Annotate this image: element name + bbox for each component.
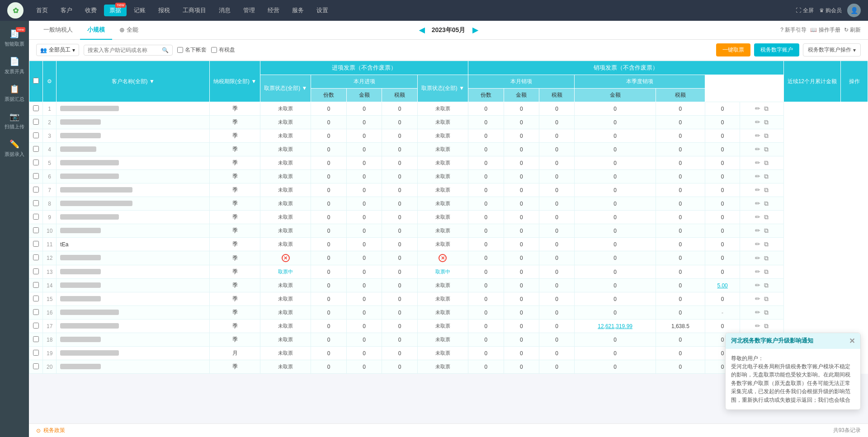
user-avatar[interactable]: 👤	[847, 4, 861, 17]
date-prev-btn[interactable]: ◀	[416, 25, 427, 36]
edit-icon[interactable]: ✏	[754, 185, 761, 194]
manual-btn[interactable]: 📖 操作手册	[810, 26, 840, 34]
copy-icon[interactable]: ⧉	[763, 145, 769, 154]
edit-icon[interactable]: ✏	[754, 226, 761, 235]
copy-icon[interactable]: ⧉	[763, 199, 769, 208]
tab-general-taxpayer[interactable]: 一般纳税人	[36, 21, 80, 40]
sidebar-item-smart-ticket[interactable]: 🧾 智能取票 new	[0, 24, 29, 52]
row-checkbox[interactable]	[33, 323, 39, 329]
fullscreen-btn[interactable]: ⛶ 全屏	[796, 7, 813, 14]
row-checkbox[interactable]	[33, 119, 39, 125]
row-checkbox[interactable]	[33, 350, 39, 356]
date-next-btn[interactable]: ▶	[470, 25, 481, 36]
row-checkbox[interactable]	[33, 254, 39, 260]
sidebar-item-open-invoice[interactable]: 📄 发票开具	[0, 52, 29, 80]
checkbox-my-account[interactable]: 名下帐套	[177, 46, 207, 54]
sales-amount[interactable]: 12,621,319.99	[598, 323, 632, 329]
row-checkbox[interactable]	[33, 187, 39, 193]
in-amount-cell: 0	[346, 211, 382, 224]
tab-small-scale[interactable]: 小规模	[80, 21, 112, 40]
nav-ticket[interactable]: 票据 new	[104, 5, 127, 16]
edit-icon[interactable]: ✏	[754, 267, 761, 276]
copy-icon[interactable]: ⧉	[763, 172, 769, 181]
search-input[interactable]	[88, 47, 160, 53]
row-checkbox[interactable]	[33, 309, 39, 315]
nav-service[interactable]: 服务	[287, 5, 309, 16]
sidebar-item-summary[interactable]: 📋 票据汇总	[0, 80, 29, 107]
refresh-btn[interactable]: ↻ 刷新	[844, 26, 861, 34]
tax-policy-link[interactable]: 税务政策	[43, 427, 65, 434]
edit-icon[interactable]: ✏	[754, 240, 761, 249]
row-checkbox[interactable]	[33, 214, 39, 220]
my-account-checkbox[interactable]	[177, 47, 183, 53]
edit-icon[interactable]: ✏	[754, 131, 761, 140]
row-checkbox[interactable]	[33, 105, 39, 111]
tab-all[interactable]: ⊕ 全能	[112, 21, 146, 40]
nav-home[interactable]: 首页	[31, 5, 53, 16]
row-checkbox[interactable]	[33, 296, 39, 301]
employee-filter[interactable]: 👥 全部员工 ▾	[36, 44, 79, 56]
copy-icon[interactable]: ⧉	[763, 212, 769, 221]
row-checkbox[interactable]	[33, 160, 39, 165]
row-checkbox[interactable]	[33, 241, 39, 247]
nav-business[interactable]: 工商项目	[177, 5, 212, 16]
row-checkbox[interactable]	[33, 132, 39, 138]
sidebar-item-entry[interactable]: ✏️ 票据录入	[0, 135, 29, 162]
row-checkbox[interactable]	[33, 146, 39, 152]
nav-fee[interactable]: 收费	[80, 5, 102, 16]
checkbox-has-taxpad[interactable]: 有税盘	[211, 46, 235, 54]
copy-icon[interactable]: ⧉	[763, 294, 769, 303]
row-checkbox[interactable]	[33, 282, 39, 288]
copy-icon[interactable]: ⧉	[763, 308, 769, 317]
nav-message[interactable]: 消息	[213, 5, 236, 16]
tax-digital-ops-btn[interactable]: 税务数字账户操作 ▾	[803, 43, 861, 56]
row-checkbox[interactable]	[33, 227, 39, 233]
edit-icon[interactable]: ✏	[754, 321, 761, 330]
copy-icon[interactable]: ⧉	[763, 321, 769, 330]
sales-amount-cell: 0	[575, 156, 656, 170]
row-checkbox[interactable]	[33, 173, 39, 179]
copy-icon[interactable]: ⧉	[763, 131, 769, 140]
vip-btn[interactable]: ♛ 购会员	[819, 7, 842, 14]
edit-icon[interactable]: ✏	[754, 199, 761, 208]
one-key-ticket-btn[interactable]: 一键取票	[716, 43, 750, 56]
row-checkbox[interactable]	[33, 336, 39, 342]
search-icon[interactable]: 🔍	[162, 47, 169, 53]
copy-icon[interactable]: ⧉	[763, 117, 769, 127]
nav-manage[interactable]: 管理	[238, 5, 260, 16]
copy-icon[interactable]: ⧉	[763, 104, 769, 113]
copy-icon[interactable]: ⧉	[763, 185, 769, 194]
copy-icon[interactable]: ⧉	[763, 281, 769, 290]
nav-customer[interactable]: 客户	[55, 5, 78, 16]
row-checkbox[interactable]	[33, 268, 39, 274]
nav-settings[interactable]: 设置	[311, 5, 334, 16]
edit-icon[interactable]: ✏	[754, 158, 761, 167]
notification-close-btn[interactable]: ✕	[849, 337, 855, 345]
select-all-checkbox[interactable]	[33, 78, 39, 84]
edit-icon[interactable]: ✏	[754, 281, 761, 290]
copy-icon[interactable]: ⧉	[763, 254, 769, 263]
edit-icon[interactable]: ✏	[754, 117, 761, 127]
copy-icon[interactable]: ⧉	[763, 158, 769, 167]
sidebar-item-scan[interactable]: 📷 扫描上传	[0, 107, 29, 135]
copy-icon[interactable]: ⧉	[763, 226, 769, 235]
nav-accounting[interactable]: 记账	[128, 5, 151, 16]
edit-icon[interactable]: ✏	[754, 254, 761, 263]
edit-icon[interactable]: ✏	[754, 212, 761, 221]
new-guide-btn[interactable]: ? 新手引导	[780, 26, 807, 34]
cumulative-value[interactable]: 5.00	[717, 282, 727, 289]
has-taxpad-checkbox[interactable]	[211, 47, 217, 53]
all-employees-icon: 👥	[40, 47, 47, 53]
row-checkbox[interactable]	[33, 363, 39, 369]
edit-icon[interactable]: ✏	[754, 104, 761, 113]
nav-operation[interactable]: 经营	[262, 5, 285, 16]
copy-icon[interactable]: ⧉	[763, 267, 769, 276]
tax-digital-account-btn[interactable]: 税务数字账户	[754, 43, 799, 56]
copy-icon[interactable]: ⧉	[763, 240, 769, 249]
edit-icon[interactable]: ✏	[754, 172, 761, 181]
row-checkbox[interactable]	[33, 200, 39, 206]
edit-icon[interactable]: ✏	[754, 294, 761, 303]
edit-icon[interactable]: ✏	[754, 145, 761, 154]
nav-tax[interactable]: 报税	[153, 5, 175, 16]
edit-icon[interactable]: ✏	[754, 308, 761, 317]
